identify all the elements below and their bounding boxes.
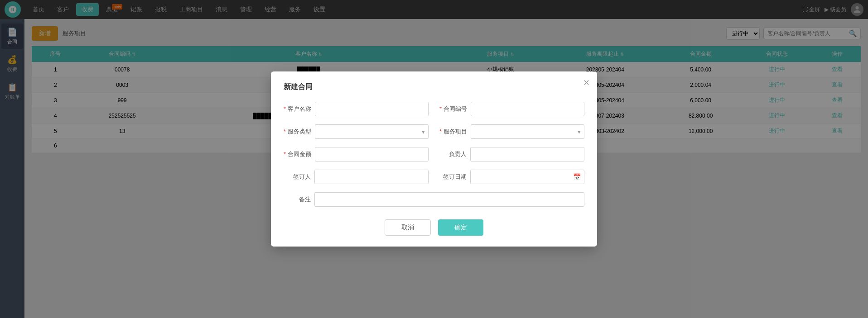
modal-close-button[interactable]: ✕ [583,78,590,88]
contract-no-field: 合同编号 [439,102,584,116]
responsible-field: 负责人 [439,147,584,161]
sign-date-label: 签订日期 [439,173,467,181]
calendar-icon[interactable]: 📅 [573,173,581,180]
customer-name-field: 客户名称 [284,102,429,116]
notes-field: 备注 [284,192,584,207]
modal-overlay[interactable]: 新建合同 ✕ 客户名称 合同编号 服务类型 服务项目 [0,0,868,318]
customer-name-label: 客户名称 [284,105,311,113]
notes-label: 备注 [284,195,311,204]
sign-date-wrapper: 2023-06-06 📅 [470,170,584,184]
sign-date-field: 签订日期 2023-06-06 📅 [439,170,584,184]
contract-no-label: 合同编号 [439,105,467,113]
sign-date-input[interactable]: 2023-06-06 [470,170,584,184]
customer-name-input[interactable] [315,102,429,116]
service-item-field: 服务项目 [439,124,584,139]
service-item-select-wrapper [471,124,584,139]
service-type-select[interactable] [315,124,429,139]
form-row-5: 备注 [284,192,584,207]
service-type-field: 服务类型 [284,124,429,139]
service-type-label: 服务类型 [284,128,311,136]
service-item-label: 服务项目 [439,128,467,136]
modal-footer: 取消 确定 [284,219,584,236]
responsible-input[interactable] [470,147,584,161]
modal-title: 新建合同 [284,82,584,92]
new-contract-modal: 新建合同 ✕ 客户名称 合同编号 服务类型 服务项目 [271,71,597,247]
service-type-select-wrapper [315,124,429,139]
contract-no-input[interactable] [471,102,584,116]
notes-input[interactable] [314,192,584,207]
contract-amount-label: 合同金额 [284,150,311,158]
form-row-1: 客户名称 合同编号 [284,102,584,116]
signer-field: 签订人 [284,170,429,184]
contract-amount-field: 合同金额 0.00 [284,147,429,161]
responsible-label: 负责人 [439,150,467,158]
form-row-4: 签订人 签订日期 2023-06-06 📅 [284,170,584,184]
contract-amount-input[interactable]: 0.00 [315,147,429,161]
service-item-select[interactable] [471,124,584,139]
confirm-button[interactable]: 确定 [438,219,483,236]
cancel-button[interactable]: 取消 [385,219,431,236]
signer-label: 签订人 [284,173,311,181]
form-row-3: 合同金额 0.00 负责人 [284,147,584,161]
form-row-2: 服务类型 服务项目 [284,124,584,139]
signer-input[interactable] [314,170,429,184]
